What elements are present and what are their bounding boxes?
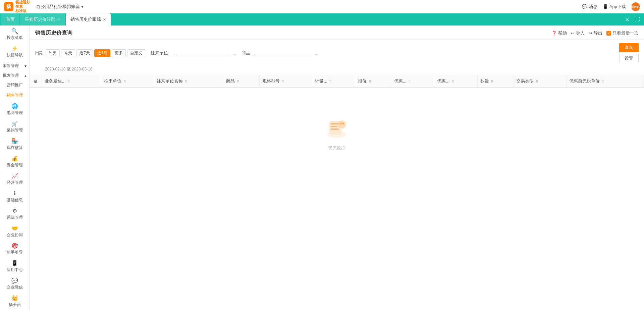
- sidebar-item-member[interactable]: 👑 畅会员: [0, 293, 29, 310]
- import-button[interactable]: ↩ 导入: [571, 30, 585, 36]
- main-layout: 🔍 搜索菜单 ⚡ 快捷导航 零售管理 ▾ 批发管理 ▴ 营销推广 销售管理 🌐 …: [0, 25, 644, 310]
- column-spec[interactable]: 规格型号 ⇅: [259, 75, 312, 88]
- workspace-selector[interactable]: 办公用品行业模拟账套 ▾: [34, 2, 86, 11]
- sidebar-item-wholesale-mgmt[interactable]: 批发管理 ▴: [0, 70, 29, 80]
- product-filter-group: 商品 ...: [241, 50, 318, 56]
- tab-home[interactable]: 首页: [1, 13, 19, 25]
- sidebar-item-finance[interactable]: 💰 资金管理: [0, 153, 29, 170]
- date-range-text: 2023-02-18 至 2023-03-18: [45, 66, 92, 72]
- date-btn-more[interactable]: 更多: [112, 49, 126, 57]
- ecommerce-icon: 🌐: [11, 103, 18, 109]
- only-last-checkbox[interactable]: ✓ 只看最后一次: [606, 30, 639, 36]
- member-icon: 👑: [11, 295, 18, 301]
- app-download-button[interactable]: 📱 App下载: [603, 4, 626, 10]
- table-header-row: ⚙ 业务发生... ⇅ 往来单位 ⇅ 往来单位名称 ⇅: [30, 75, 644, 88]
- sidebar-item-quick-nav[interactable]: ⚡ 快捷导航: [0, 43, 29, 60]
- sidebar-item-enterprise-wechat[interactable]: 💬 企业微信: [0, 275, 29, 293]
- column-biz-date[interactable]: 业务发生... ⇅: [42, 75, 101, 88]
- new-guide-icon: 🎯: [11, 243, 18, 249]
- import-icon: ↩: [571, 31, 575, 36]
- column-pre-tax-price[interactable]: 优惠前无税单价 ⇅: [566, 75, 644, 88]
- column-discount1[interactable]: 优惠... ⇅: [391, 75, 434, 88]
- sidebar-item-marketing[interactable]: 营销推广: [0, 80, 29, 90]
- logo-text: 畅捷通好生意 标准版: [15, 0, 31, 13]
- column-source-unit-name[interactable]: 往来单位名称 ⇅: [154, 75, 223, 88]
- column-discount2[interactable]: 优惠... ⇅: [434, 75, 477, 88]
- sidebar-item-basic-info[interactable]: ℹ 基础信息: [0, 188, 29, 205]
- product-dots: ...: [315, 51, 318, 56]
- date-btn-custom[interactable]: 自定义: [127, 49, 145, 57]
- column-product[interactable]: 商品 ⇅: [223, 75, 260, 88]
- sidebar-item-app-center[interactable]: 📱 应用中心: [0, 258, 29, 275]
- date-btn-1month[interactable]: 近1月: [94, 49, 111, 57]
- source-unit-label: 往来单位: [151, 50, 168, 56]
- sidebar-item-search[interactable]: 🔍 搜索菜单: [0, 25, 29, 43]
- content-area: 销售历史价查询 ❓ 帮助 ↩ 导入 ↪ 导出 ✓: [30, 25, 644, 310]
- tab-sales-history[interactable]: 销售历史价跟踪 ✕: [66, 13, 111, 25]
- date-btn-7days[interactable]: 近7天: [76, 49, 93, 57]
- sales-history-tab-close[interactable]: ✕: [103, 17, 106, 22]
- tab-fullscreen-button[interactable]: ⛶: [633, 15, 641, 24]
- tab-close-all-button[interactable]: ✕: [624, 15, 631, 24]
- app-center-icon: 📱: [11, 260, 18, 266]
- export-icon: ↪: [589, 31, 592, 36]
- sidebar-item-purchase[interactable]: 🛒 采购管理: [0, 118, 29, 136]
- svg-point-6: [341, 123, 342, 124]
- sort-arrows-discount1: ⇅: [408, 80, 411, 83]
- sidebar-item-quick-nav-label: 快捷导航: [7, 52, 23, 58]
- sort-arrows-qty: ⇅: [491, 80, 493, 83]
- sort-arrows-pre-tax-price: ⇅: [601, 80, 604, 83]
- sales-history-tab-label: 销售历史价跟踪: [70, 16, 101, 22]
- date-label: 日期: [35, 50, 44, 56]
- svg-rect-4: [331, 128, 339, 130]
- sort-arrows-biz-date: ⇅: [67, 80, 70, 83]
- phone-icon: 📱: [603, 4, 608, 9]
- logo-icon: 畅: [4, 2, 13, 11]
- sidebar-item-inventory[interactable]: 🏪 库存核算: [0, 136, 29, 153]
- sidebar-item-enterprise-wechat-label: 企业微信: [7, 285, 23, 290]
- date-btn-yesterday[interactable]: 昨天: [46, 49, 60, 57]
- home-tab-label: 首页: [6, 16, 15, 22]
- column-quote[interactable]: 报价 ⇅: [355, 75, 391, 88]
- chevron-down-icon: ▾: [81, 4, 84, 9]
- column-source-unit[interactable]: 往来单位 ⇅: [101, 75, 154, 88]
- source-unit-input[interactable]: [170, 50, 230, 56]
- purchase-history-tab-close[interactable]: ✕: [57, 17, 60, 22]
- purchase-icon: 🛒: [11, 120, 18, 127]
- table-area[interactable]: ⚙ 业务发生... ⇅ 往来单位 ⇅ 往来单位名称 ⇅: [30, 75, 644, 310]
- export-button[interactable]: ↪ 导出: [589, 30, 602, 36]
- sidebar-item-system[interactable]: ⚙ 系统管理: [0, 205, 29, 223]
- sidebar-item-operations[interactable]: 📈 经营管理: [0, 170, 29, 188]
- sidebar-item-purchase-label: 采购管理: [7, 127, 23, 133]
- sidebar-item-ecommerce-label: 电商管理: [7, 110, 23, 116]
- sidebar-item-enterprise-coop-label: 企业协同: [7, 232, 23, 238]
- top-bar: 畅 畅捷通好生意 标准版 办公用品行业模拟账套 ▾ 💬 消息 📱 App下载 d…: [0, 0, 644, 13]
- tab-purchase-history[interactable]: 采购历史价跟踪 ✕: [20, 13, 65, 25]
- column-qty[interactable]: 数量 ⇅: [477, 75, 514, 88]
- sidebar-item-app-center-label: 应用中心: [7, 267, 23, 273]
- sidebar-item-new-guide-label: 新手引导: [7, 250, 23, 255]
- purchase-history-tab-label: 采购历史价跟踪: [25, 16, 55, 22]
- sidebar-item-enterprise-coop[interactable]: 🤝 企业协同: [0, 223, 29, 240]
- chevron-down-icon: ▾: [24, 64, 26, 68]
- basic-info-icon: ℹ: [14, 190, 16, 197]
- sidebar-item-ecommerce[interactable]: 🌐 电商管理: [0, 101, 29, 118]
- message-button[interactable]: 💬 消息: [582, 4, 597, 10]
- sidebar-item-new-guide[interactable]: 🎯 新手引导: [0, 240, 29, 258]
- sort-arrows-quote: ⇅: [369, 80, 371, 83]
- sidebar-item-retail-mgmt[interactable]: 零售管理 ▾: [0, 60, 29, 70]
- sidebar-item-sales-mgmt[interactable]: 销售管理: [0, 90, 29, 101]
- date-btn-today[interactable]: 今天: [61, 49, 75, 57]
- empty-text: 暂无数据: [328, 145, 345, 151]
- product-input[interactable]: [252, 50, 313, 56]
- inventory-icon: 🏪: [11, 138, 18, 144]
- page-header: 销售历史价查询 ❓ 帮助 ↩ 导入 ↪ 导出 ✓: [30, 25, 644, 40]
- user-menu[interactable]: demo2: [631, 2, 640, 11]
- column-unit[interactable]: 计量... ⇅: [312, 75, 355, 88]
- column-settings[interactable]: ⚙: [30, 75, 42, 88]
- column-trade-type[interactable]: 交易类型 ⇅: [514, 75, 566, 88]
- query-button[interactable]: 查询: [619, 43, 639, 52]
- help-button[interactable]: ❓ 帮助: [551, 30, 567, 36]
- settings-button[interactable]: 设置: [619, 54, 639, 63]
- page: 销售历史价查询 ❓ 帮助 ↩ 导入 ↪ 导出 ✓: [30, 25, 644, 310]
